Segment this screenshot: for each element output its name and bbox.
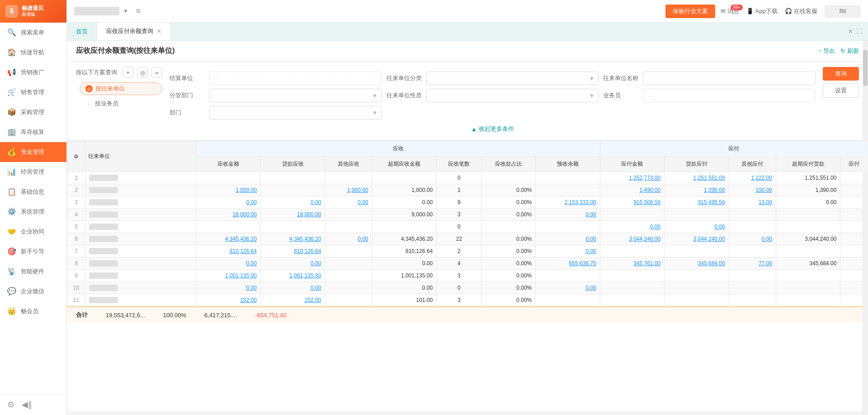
view-by-unit[interactable]: ⊙ 按往来单位: [80, 82, 162, 95]
footer-ar-ratio-value: 100.00%: [163, 312, 186, 319]
tab-home[interactable]: 首页: [67, 23, 97, 40]
ap-other-1: 1,222.00: [729, 172, 776, 184]
service-icon: 🎧: [785, 8, 792, 14]
export-label: 导出: [823, 47, 835, 55]
sidebar-item-guide[interactable]: 🎯 新手引导: [0, 242, 66, 262]
messages-group[interactable]: ✉ 消息 99+: [721, 7, 739, 15]
sub-dept-input[interactable]: ▼: [209, 106, 382, 119]
sidebar-item-finance[interactable]: 💰 资金管理: [0, 142, 66, 162]
col-ar-other: 其他应收: [325, 157, 372, 172]
query-button[interactable]: 查询: [823, 67, 859, 81]
message-badge: 99+: [731, 5, 743, 10]
sidebar-label-system: 系统管理: [21, 208, 44, 216]
ar-ratio-5: [481, 221, 535, 233]
settings-button[interactable]: 设置: [823, 83, 859, 98]
ar-ratio-3: 0.00%: [481, 196, 535, 209]
collapse-icon[interactable]: ◀‖: [22, 400, 32, 410]
footer-ap-prepaid-value: 6,417,215....: [204, 312, 237, 319]
scrollbar[interactable]: [863, 41, 868, 415]
sidebar-item-collab[interactable]: 🤝 企业协同: [0, 222, 66, 242]
ar-other-4: [325, 209, 372, 221]
ar-prepaid-9: [536, 270, 600, 282]
row-num-8: 8: [67, 258, 85, 270]
promo-button[interactable]: 体验行业方案: [665, 5, 715, 18]
sidebar-item-search[interactable]: 🔍 搜索菜单: [0, 23, 66, 43]
unit-category-input[interactable]: ▼: [426, 72, 599, 85]
ap-overdue-11: [776, 294, 840, 306]
sidebar-item-management[interactable]: 📊 经营管理: [0, 162, 66, 182]
more-conditions-btn[interactable]: ▲ 收起更多条件: [170, 123, 816, 135]
refresh-button[interactable]: ↻ 刷新: [840, 47, 859, 55]
user-avatar[interactable]: Rit: [825, 5, 861, 18]
unit-3: XXXXXXXX: [85, 196, 196, 209]
chevron-down-icon[interactable]: ▼: [123, 8, 129, 14]
tab-maximize-icon[interactable]: ⛶: [857, 28, 863, 35]
app-download-label: App下载: [755, 7, 778, 15]
row-num-9: 9: [67, 270, 85, 282]
tab-ar-ap[interactable]: 应收应付余额查询 ✕: [97, 23, 171, 40]
page-header: 应收应付余额查询(按往来单位) ↑ 导出 ↻ 刷新: [67, 41, 868, 62]
ap-loan-11: [665, 294, 729, 306]
sidebar-label-guide: 新手引导: [21, 248, 44, 256]
ar-prepaid-11: [536, 294, 600, 306]
ar-amount-6: 4,345,436.20: [196, 233, 260, 245]
ap-loan-10: [665, 282, 729, 294]
tab-close-window-icon[interactable]: ✕: [848, 28, 853, 35]
gear-icon[interactable]: ⚙: [136, 8, 141, 14]
ar-other-2: 1,000.00: [325, 184, 372, 196]
ar-count-6: 22: [437, 233, 482, 245]
sidebar-item-nav[interactable]: 🏠 快捷导航: [0, 43, 66, 62]
settlement-input[interactable]: ···: [209, 72, 382, 85]
table-row: 3 XXXXXXXX 0.00 0.00 0.00 0.00 9 0.00% 2…: [67, 196, 868, 209]
dept-input[interactable]: ▼: [209, 89, 382, 102]
view-by-salesman[interactable]: ○ 按业务员: [80, 98, 162, 110]
sidebar-item-wechat[interactable]: 💬 企业微信: [0, 281, 66, 301]
wechat-icon: 💬: [7, 287, 16, 296]
ar-loan-9: 1,001,135.00: [260, 270, 325, 282]
unit-name-input[interactable]: [643, 72, 816, 85]
ap-overdue-4: [776, 209, 840, 221]
col-ar-overdue: 超期应收金额: [372, 157, 436, 172]
tab-close-icon[interactable]: ✕: [157, 28, 161, 34]
col-ar-amount: 应收金额: [196, 157, 260, 172]
app-download-group[interactable]: 📱 App下载: [746, 7, 778, 15]
sidebar-item-system[interactable]: ⚙️ 系统管理: [0, 202, 66, 222]
ap-overdue-2: 1,390.00: [776, 184, 840, 196]
sidebar-item-inventory[interactable]: 🏢 库存核算: [0, 122, 66, 142]
unit-nature-input[interactable]: ▼: [426, 89, 599, 102]
col-settings-icon[interactable]: ⚙: [67, 141, 85, 172]
export-button[interactable]: ↑ 导出: [819, 47, 835, 55]
online-service-group[interactable]: 🎧 在线客服: [785, 7, 817, 15]
ar-overdue-4: 9,000.00: [372, 209, 436, 221]
sidebar-item-basic[interactable]: 📋 基础信息: [0, 182, 66, 202]
unit-category-label: 往来单位分类: [387, 74, 423, 82]
ar-overdue-2: 1,000.00: [372, 184, 436, 196]
unit-nature-label: 往来单位性质: [387, 91, 423, 100]
sidebar-item-marketing[interactable]: 📢 营销推广: [0, 62, 66, 82]
tab-controls: ✕ ⛶: [843, 23, 868, 40]
sidebar-item-purchase[interactable]: 📦 采购管理: [0, 102, 66, 122]
sidebar-item-sales[interactable]: 🛒 销售管理: [0, 82, 66, 102]
message-icon: ✉: [721, 8, 726, 14]
unit-7: XXXXXXXX: [85, 245, 196, 258]
col-ar-prepaid: 预收余额: [536, 157, 600, 172]
ar-loan-7: 810,126.64: [260, 245, 325, 258]
scrollbar-thumb[interactable]: [863, 50, 868, 86]
ar-count-7: 2: [437, 245, 482, 258]
ar-ratio-2: 0.00%: [481, 184, 535, 196]
salesman-input[interactable]: ···: [643, 89, 816, 102]
target-icon-btn[interactable]: ◎: [137, 67, 148, 78]
ap-loan-2: 1,390.00: [665, 184, 729, 196]
table-area: ⚙ 往来单位 应收 应付 应收金额 贷款应收 其他应收 超期应收金额 应收笔数 …: [67, 141, 868, 411]
ar-ratio-4: 0.00%: [481, 209, 535, 221]
ar-overdue-11: 101.00: [372, 294, 436, 306]
ap-amount-3: 915,508.56: [600, 196, 664, 209]
settings-bottom-icon[interactable]: ⚙: [7, 400, 14, 410]
ar-count-11: 3: [437, 294, 482, 306]
sidebar-item-hardware[interactable]: 📡 智能硬件: [0, 262, 66, 281]
collapse-filter-btn[interactable]: «: [151, 67, 162, 78]
add-scheme-btn[interactable]: +: [123, 67, 133, 78]
ap-loan-8: 345,684.00: [665, 258, 729, 270]
filter-salesman: 业务员 ···: [603, 89, 816, 102]
sidebar-item-member[interactable]: 👑 畅会员: [0, 301, 66, 321]
